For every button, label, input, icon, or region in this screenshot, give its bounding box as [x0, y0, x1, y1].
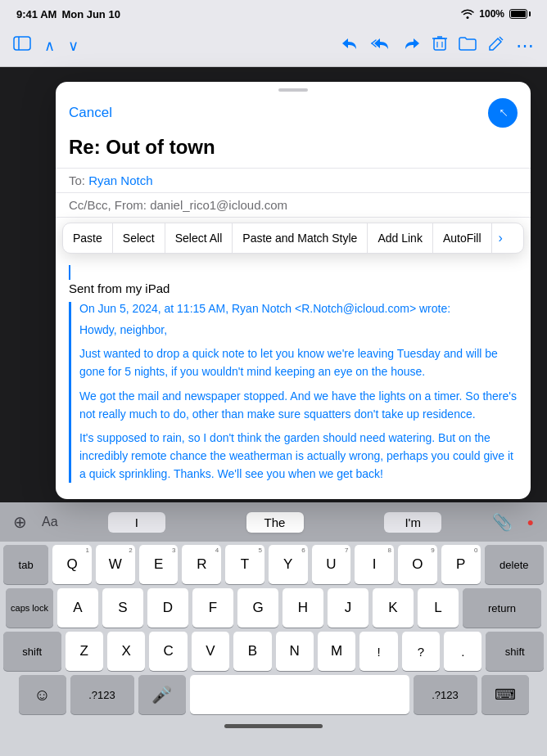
- quoted-email-block: On Jun 5, 2024, at 11:15 AM, Ryan Notch …: [69, 302, 518, 484]
- keyboard-format-icon[interactable]: Aa: [37, 511, 63, 533]
- key-M[interactable]: M: [318, 632, 355, 671]
- home-indicator: [0, 718, 547, 734]
- microphone-key[interactable]: 🎤: [138, 675, 186, 714]
- shift-left-key[interactable]: shift: [3, 632, 61, 671]
- send-arrow-icon: ↑: [494, 103, 511, 120]
- quoted-email-header: On Jun 5, 2024, at 11:15 AM, Ryan Notch …: [79, 302, 518, 315]
- navigate-up-icon[interactable]: ∧: [44, 37, 55, 55]
- keyboard-settings-icon[interactable]: ⊕: [8, 509, 32, 535]
- key-E[interactable]: 3E: [139, 545, 179, 584]
- forward-icon[interactable]: [403, 36, 421, 55]
- battery-label: 100%: [479, 8, 504, 20]
- signature: Sent from my iPad: [69, 281, 518, 295]
- sidebar-toggle-icon[interactable]: [13, 36, 31, 55]
- paste-match-style-button[interactable]: Paste and Match Style: [233, 223, 368, 253]
- key-C[interactable]: C: [149, 632, 187, 671]
- compose-icon[interactable]: [488, 35, 504, 56]
- select-button[interactable]: Select: [113, 223, 165, 253]
- autocomplete-word-3[interactable]: I'm: [384, 512, 441, 533]
- autocomplete-bar: I The I'm: [68, 512, 482, 533]
- key-Q[interactable]: 1Q: [52, 545, 92, 584]
- tab-key[interactable]: tab: [3, 545, 48, 584]
- key-V[interactable]: V: [192, 632, 229, 671]
- key-question[interactable]: ?: [402, 632, 440, 671]
- add-link-button[interactable]: Add Link: [368, 223, 432, 253]
- compose-window: Cancel ↑ Re: Out of town To: Ryan Notch …: [56, 82, 531, 499]
- cancel-button[interactable]: Cancel: [69, 105, 112, 121]
- svg-rect-2: [434, 38, 445, 50]
- autocomplete-word-2[interactable]: The: [246, 512, 304, 533]
- folder-icon[interactable]: [459, 36, 477, 55]
- space-key[interactable]: [190, 675, 409, 714]
- keyboard-row-2: caps lock A S D F G H J K L return: [3, 588, 544, 628]
- key-R[interactable]: 4R: [182, 545, 221, 584]
- key-O[interactable]: 9O: [398, 545, 437, 584]
- attachment-icon[interactable]: 📎: [487, 509, 518, 535]
- key-X[interactable]: X: [107, 632, 145, 671]
- key-exclaim[interactable]: !: [359, 632, 397, 671]
- drag-indicator: [56, 82, 531, 95]
- to-label: To:: [69, 173, 85, 187]
- context-menu-more-chevron[interactable]: ›: [492, 223, 509, 253]
- compose-to-field[interactable]: To: Ryan Notch: [56, 168, 531, 192]
- key-P[interactable]: 0P: [441, 545, 481, 584]
- key-I[interactable]: 8I: [355, 545, 394, 584]
- key-D[interactable]: D: [147, 588, 188, 628]
- key-G[interactable]: G: [237, 588, 278, 628]
- keyboard-rows: tab 1Q 2W 3E 4R 5T 6Y 7U 8I 9O 0P delete…: [0, 542, 547, 714]
- reply-all-icon[interactable]: [370, 36, 391, 55]
- key-J[interactable]: J: [328, 588, 368, 628]
- key-K[interactable]: K: [373, 588, 414, 628]
- num-switch-key[interactable]: .?123: [70, 675, 134, 714]
- return-key[interactable]: return: [463, 588, 541, 628]
- keyboard-bottom-row: ☺ .?123 🎤 .?123 ⌨: [3, 675, 544, 714]
- send-button[interactable]: ↑: [488, 98, 518, 128]
- cc-label: Cc/Bcc, From:: [69, 198, 147, 212]
- cc-email: daniel_rico1@icloud.com: [150, 198, 287, 212]
- caps-lock-key[interactable]: caps lock: [6, 588, 53, 628]
- reply-icon[interactable]: [341, 36, 359, 55]
- select-all-button[interactable]: Select All: [165, 223, 233, 253]
- navigate-down-icon[interactable]: ∨: [68, 37, 79, 55]
- key-W[interactable]: 2W: [96, 545, 135, 584]
- key-S[interactable]: S: [102, 588, 143, 628]
- key-Z[interactable]: Z: [66, 632, 103, 671]
- key-U[interactable]: 7U: [312, 545, 351, 584]
- wifi-icon: [461, 9, 474, 19]
- key-L[interactable]: L: [418, 588, 459, 628]
- context-menu: Paste Select Select All Paste and Match …: [62, 223, 524, 254]
- battery-icon: [509, 9, 531, 19]
- compose-body[interactable]: Sent from my iPad On Jun 5, 2024, at 11:…: [56, 259, 531, 500]
- trash-icon[interactable]: [432, 35, 447, 56]
- num-switch-key-2[interactable]: .?123: [414, 675, 477, 714]
- more-icon[interactable]: ⋯: [516, 35, 534, 56]
- key-B[interactable]: B: [233, 632, 271, 671]
- quoted-p4: It's supposed to rain, so I don't think …: [79, 430, 518, 483]
- key-T[interactable]: 5T: [225, 545, 264, 584]
- emoji-key[interactable]: ☺: [19, 675, 66, 714]
- keyboard-toolbar: ⊕ Aa I The I'm 📎 ●: [0, 502, 547, 542]
- paste-button[interactable]: Paste: [63, 223, 113, 253]
- keyboard-area: ⊕ Aa I The I'm 📎 ● tab 1Q 2W 3E 4R 5T 6Y…: [0, 502, 547, 756]
- to-name[interactable]: Ryan Notch: [88, 173, 152, 187]
- compose-cc-field[interactable]: Cc/Bcc, From: daniel_rico1@icloud.com: [56, 192, 531, 218]
- delete-key[interactable]: delete: [485, 545, 545, 584]
- key-period[interactable]: .: [444, 632, 481, 671]
- quoted-p1: Howdy, neighbor,: [79, 322, 518, 340]
- hide-keyboard-key[interactable]: ⌨: [481, 675, 529, 714]
- shift-right-key[interactable]: shift: [486, 632, 544, 671]
- time: 9:41 AM: [16, 8, 57, 20]
- key-Y[interactable]: 6Y: [269, 545, 308, 584]
- compose-header: Cancel ↑: [56, 95, 531, 136]
- subject-text: Re: Out of town: [69, 136, 215, 158]
- key-N[interactable]: N: [276, 632, 314, 671]
- key-F[interactable]: F: [192, 588, 233, 628]
- key-H[interactable]: H: [283, 588, 323, 628]
- main-toolbar: ∧ ∨: [0, 25, 547, 67]
- key-A[interactable]: A: [57, 588, 98, 628]
- compose-subject: Re: Out of town: [56, 136, 531, 168]
- text-cursor: [69, 265, 70, 280]
- autofill-button[interactable]: AutoFill: [433, 223, 492, 253]
- record-icon[interactable]: ●: [522, 512, 539, 532]
- autocomplete-word-1[interactable]: I: [108, 512, 165, 533]
